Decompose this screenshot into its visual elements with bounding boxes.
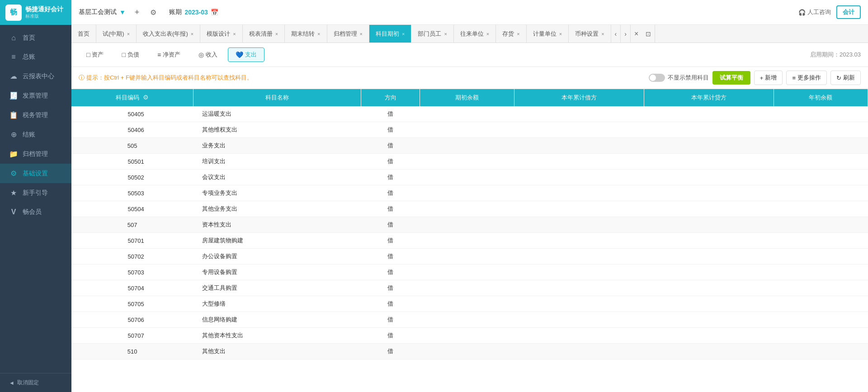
tab-close-btn[interactable]: × (486, 31, 489, 37)
table-row[interactable]: 50501 培训支出 借 (71, 154, 868, 170)
subtab-label: 支出 (245, 51, 257, 59)
sidebar-item-settings[interactable]: ⚙ 基础设置 (0, 164, 71, 183)
col-settings-icon[interactable]: ⚙ (143, 94, 149, 101)
tab-close-btn[interactable]: × (275, 31, 278, 37)
sidebar-item-archive[interactable]: 📁 归档管理 (0, 144, 71, 164)
tab-expand-btn[interactable]: ⊡ (642, 25, 655, 43)
tab-close-btn[interactable]: × (317, 31, 320, 37)
subtab-asset[interactable]: □ 资产 (79, 47, 111, 62)
table-row[interactable]: 50706 信息网络购建 借 (71, 312, 868, 328)
table-row[interactable]: 50704 交通工具购置 借 (71, 280, 868, 296)
more-btn[interactable]: ≡ 更多操作 (786, 71, 827, 85)
tab-trial[interactable]: 试(中期) × (96, 25, 137, 43)
tab-archive[interactable]: 归档管理 × (327, 25, 369, 43)
subtab-label: 资产 (92, 51, 104, 59)
tab-template[interactable]: 模版设计 × (200, 25, 242, 43)
tab-close-btn[interactable]: × (402, 31, 405, 37)
cell-name: 专项业务支出 (193, 185, 361, 201)
table-row[interactable]: 50705 大型修缮 借 (71, 296, 868, 312)
sidebar-item-report[interactable]: ☁ 云报表中心 (0, 66, 71, 86)
cell-annual-balance (774, 154, 868, 170)
add-btn[interactable]: + 新增 (754, 71, 783, 85)
sidebar-item-label: 归档管理 (23, 150, 48, 158)
tab-close-btn[interactable]: × (601, 31, 604, 37)
tab-subject-init[interactable]: 科目期初 × (369, 25, 411, 43)
tab-income[interactable]: 收入支出表(年报) × (137, 25, 200, 43)
sidebar: 畅 畅捷通好会计 标准版 ⌂ 首页 ≡ 总账 ☁ 云报表中心 🧾 发票管理 📋 … (0, 0, 71, 392)
table-row[interactable]: 507 资本性支出 借 (71, 217, 868, 233)
cell-opening (420, 185, 514, 201)
table-wrapper: 科目编码 ⚙ 科目名称 方向 期初余额 本年累计借方 本年累计贷方 年初余额 5… (71, 89, 868, 392)
refresh-btn[interactable]: ↻ 刷新 (830, 71, 861, 85)
cell-ytd-credit (644, 154, 774, 170)
cell-annual-balance (774, 344, 868, 359)
tab-close-btn[interactable]: × (360, 31, 363, 37)
sidebar-item-close[interactable]: ⊕ 结账 (0, 125, 71, 144)
tab-dept[interactable]: 部门员工 × (411, 25, 453, 43)
cell-ytd-debit (514, 185, 644, 201)
cell-opening (420, 233, 514, 249)
table-row[interactable]: 50703 专用设备购置 借 (71, 264, 868, 280)
sidebar-item-ledger[interactable]: ≡ 总账 (0, 47, 71, 66)
col-name: 科目名称 (193, 89, 361, 106)
cell-annual-balance (774, 170, 868, 185)
sidebar-item-member[interactable]: V 畅会员 (0, 203, 71, 222)
balance-btn[interactable]: 试算平衡 (712, 71, 750, 85)
subtab-liability[interactable]: □ 负债 (114, 47, 146, 62)
cell-annual-balance (774, 312, 868, 328)
cell-ytd-debit (514, 264, 644, 280)
project-selector[interactable]: 基层工会测试 ▼ (79, 8, 126, 16)
tab-close-btn[interactable]: × (127, 31, 130, 37)
table-row[interactable]: 50504 其他业务支出 借 (71, 201, 868, 217)
tab-close-btn[interactable]: × (517, 31, 519, 37)
cell-code: 50405 (71, 106, 193, 122)
sidebar-item-tax[interactable]: 📋 税务管理 (0, 105, 71, 125)
tab-taxclear[interactable]: 税表清册 × (243, 25, 285, 43)
tab-label: 存货 (502, 30, 514, 38)
tab-home[interactable]: 首页 (71, 25, 96, 43)
subtab-net-asset[interactable]: ≡ 净资产 (150, 47, 188, 62)
content-area: □ 资产 □ 负债 ≡ 净资产 ◎ 收入 💙 支出 启用期间：2023.03 (71, 43, 868, 392)
tab-supplier[interactable]: 往来单位 × (454, 25, 496, 43)
settings-btn[interactable]: ⚙ (146, 6, 160, 19)
add-project-btn[interactable]: + (131, 6, 143, 19)
sidebar-item-guide[interactable]: ★ 新手引导 (0, 183, 71, 203)
table-row[interactable]: 50502 会议支出 借 (71, 170, 868, 185)
cell-opening (420, 344, 514, 359)
tab-close-btn[interactable]: × (444, 31, 447, 37)
more-label: 更多操作 (797, 74, 821, 82)
tab-close-btn[interactable]: × (233, 31, 236, 37)
subtab-income[interactable]: ◎ 收入 (191, 47, 225, 62)
tab-next-btn[interactable]: › (621, 25, 631, 43)
table-row[interactable]: 50702 办公设备购置 借 (71, 249, 868, 264)
table-row[interactable]: 50503 专项业务支出 借 (71, 185, 868, 201)
tab-prev-btn[interactable]: ‹ (611, 25, 621, 43)
tab-unit[interactable]: 计量单位 × (527, 25, 569, 43)
table-row[interactable]: 50707 其他资本性支出 借 (71, 328, 868, 344)
period-hint: 启用期间：2023.03 (810, 51, 861, 59)
tab-period-end[interactable]: 期末结转 × (285, 25, 327, 43)
table-row[interactable]: 50405 运温暖支出 借 (71, 106, 868, 122)
user-role-btn[interactable]: 会计 (836, 5, 861, 19)
sidebar-item-home[interactable]: ⌂ 首页 (0, 28, 71, 47)
tab-close-btn[interactable]: × (191, 31, 193, 37)
table-row[interactable]: 510 其他支出 借 (71, 344, 868, 359)
cell-code: 50704 (71, 280, 193, 296)
table-row[interactable]: 50701 房屋建筑物购建 借 (71, 233, 868, 249)
subtab-expenditure[interactable]: 💙 支出 (228, 47, 264, 62)
tab-inventory[interactable]: 存货 × (496, 25, 526, 43)
table-row[interactable]: 50406 其他维权支出 借 (71, 122, 868, 138)
tab-close-btn[interactable]: × (559, 31, 562, 37)
period-selector[interactable]: 账期 2023-03 📅 (169, 8, 218, 16)
cell-name: 其他资本性支出 (193, 328, 361, 344)
sidebar-collapse-btn[interactable]: ◄ 取消固定 (0, 373, 71, 392)
support-btn[interactable]: 🎧 人工咨询 (798, 8, 831, 16)
sidebar-item-invoice[interactable]: 🧾 发票管理 (0, 86, 71, 105)
table-row[interactable]: 505 业务支出 借 (71, 138, 868, 154)
cell-ytd-credit (644, 312, 774, 328)
cell-direction: 借 (361, 280, 420, 296)
tab-currency[interactable]: 币种设置 × (569, 25, 611, 43)
logo-subtitle: 标准版 (25, 13, 63, 19)
tab-close-all-btn[interactable]: × (631, 25, 642, 43)
show-disabled-toggle[interactable] (649, 74, 665, 82)
